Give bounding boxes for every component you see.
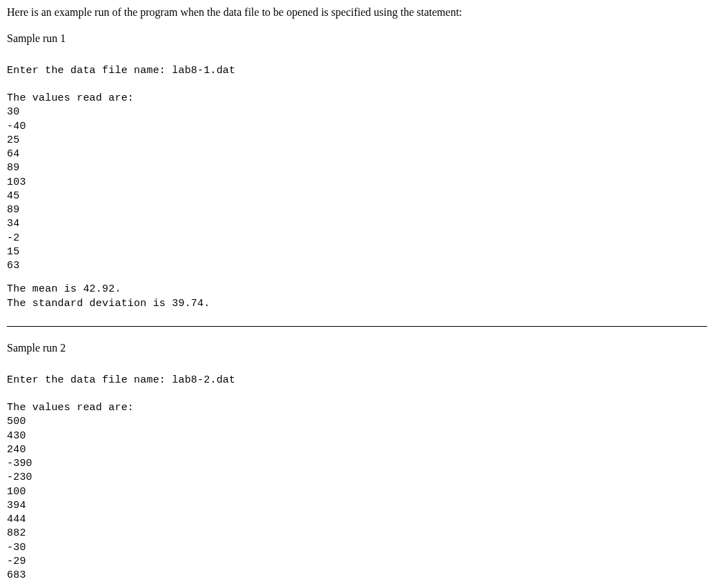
run2-prompt-line: Enter the data file name: lab8-2.dat (7, 374, 707, 387)
run1-values-heading: The values read are: (7, 92, 707, 105)
blank-line (7, 392, 707, 401)
sample-run-2-heading: Sample run 2 (7, 342, 707, 354)
run1-value: 25 (7, 134, 707, 148)
run1-value: 15 (7, 245, 707, 259)
run1-value: 89 (7, 161, 707, 175)
run1-value: 45 (7, 190, 707, 203)
run2-values-heading: The values read are: (7, 401, 707, 415)
run1-value: 64 (7, 148, 707, 161)
run1-value: 89 (7, 203, 707, 217)
run2-value: 500 (7, 415, 707, 429)
run2-value: -30 (7, 541, 707, 555)
run1-value: 34 (7, 217, 707, 231)
run1-value: -2 (7, 232, 707, 245)
separator (7, 326, 707, 327)
run2-value: 683 (7, 569, 707, 582)
run1-value: -40 (7, 120, 707, 134)
run1-value: 63 (7, 259, 707, 273)
blank-line (7, 273, 707, 283)
intro-text: Here is an example run of the program wh… (7, 6, 707, 20)
run2-value: 394 (7, 499, 707, 513)
run1-value: 103 (7, 176, 707, 190)
run1-prompt-line: Enter the data file name: lab8-1.dat (7, 64, 707, 78)
run2-value: 882 (7, 527, 707, 540)
run2-value: 100 (7, 485, 707, 499)
run2-value: -29 (7, 555, 707, 569)
run2-value: 444 (7, 513, 707, 527)
run1-value: 30 (7, 105, 707, 119)
run2-value: -390 (7, 457, 707, 471)
run1-mean-line: The mean is 42.92. (7, 283, 707, 296)
run2-value: 240 (7, 443, 707, 457)
blank-line (7, 82, 707, 92)
run2-value: -230 (7, 471, 707, 485)
sample-run-1-heading: Sample run 1 (7, 32, 707, 45)
run1-stddev-line: The standard deviation is 39.74. (7, 297, 707, 311)
run2-value: 430 (7, 429, 707, 443)
